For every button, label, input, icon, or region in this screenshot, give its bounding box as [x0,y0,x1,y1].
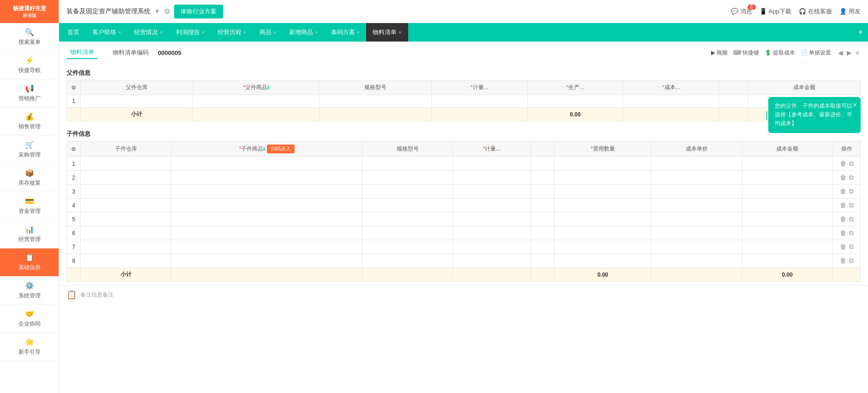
tab-bom[interactable]: 物料清单 × [366,23,408,42]
child-product-cell[interactable] [171,199,362,212]
expand-icon[interactable]: ▼ [154,8,160,15]
sidebar-item-purchase[interactable]: 🛒 采购管理 [0,136,59,164]
tab-close-icon[interactable]: × [118,30,121,35]
copy-icon[interactable]: ⧉ [849,243,854,251]
delete-icon[interactable]: 🗑 [840,257,846,265]
tab-close-icon[interactable]: × [202,30,205,35]
child-unit-cell[interactable] [453,212,530,226]
copy-icon[interactable]: ⧉ [849,257,854,265]
tab-customers[interactable]: 客户联络 × [86,23,127,42]
tab-profit[interactable]: 利润报告 × [169,23,211,42]
online-service-item[interactable]: 🎧 在线客服 [799,7,832,16]
copy-icon[interactable]: ⧉ [849,174,854,181]
child-unit-cost-cell[interactable] [651,185,742,199]
child-unit-cell[interactable] [453,171,530,185]
child-product-cell[interactable] [171,240,362,254]
child-unit-cell[interactable] [453,254,530,268]
breadcrumb-tab-code[interactable]: 物料清单编码 [109,47,152,59]
sidebar-item-basic[interactable]: 📋 基础信息 [0,248,59,277]
delete-icon[interactable]: 🗑 [840,160,846,168]
sidebar-item-ops[interactable]: 📊 经营管理 [0,220,59,248]
sidebar-item-search[interactable]: 🔍 搜索菜单 [0,23,59,51]
child-spec-cell[interactable] [362,171,453,185]
child-unit-cost-cell[interactable] [651,199,742,212]
child-unit-cell[interactable] [453,226,530,240]
child-warehouse-cell[interactable] [81,240,171,254]
child-quantity-cell[interactable] [554,199,651,212]
sidebar-item-marketing[interactable]: 📢 营销推广 [0,79,59,108]
child-quantity-cell[interactable] [554,157,651,171]
close-all-tabs-icon[interactable]: × [855,28,866,36]
child-warehouse-cell[interactable] [81,171,171,185]
copy-icon[interactable]: ⧉ [849,160,854,168]
child-unit-cost-cell[interactable] [651,171,742,185]
sidebar-item-sales[interactable]: 💰 销售管理 [0,108,59,136]
child-quantity-cell[interactable] [554,185,651,199]
delete-icon[interactable]: 🗑 [840,201,846,209]
child-quantity-cell[interactable] [554,171,651,185]
child-unit-cell[interactable] [453,157,530,171]
child-product-cell[interactable] [171,226,362,240]
view-button[interactable]: ▶ 视频 [711,49,728,57]
parent-spec-cell[interactable] [319,95,431,108]
child-unit-cell[interactable] [453,185,530,199]
delete-icon[interactable]: 🗑 [840,187,846,195]
app-download-item[interactable]: 📱 App下载 [760,7,791,16]
parent-product-cell[interactable] [193,95,319,108]
child-quantity-cell[interactable] [554,212,651,226]
child-unit-cost-cell[interactable] [651,240,742,254]
nav-menu-icon[interactable]: ≡ [854,49,861,56]
parent-unit-cell[interactable] [431,95,527,108]
parent-warehouse-cell[interactable] [81,95,193,108]
tab-close-icon[interactable]: × [315,30,318,35]
sidebar-item-quick-nav[interactable]: ⚡ 快捷导航 [0,51,59,79]
child-spec-cell[interactable] [362,212,453,226]
tab-history[interactable]: 经营历程 × [211,23,253,42]
extract-cost-button[interactable]: 💲 提取成本 [765,49,795,57]
tab-new-product[interactable]: 新增商品 × [283,23,324,42]
child-unit-cell[interactable] [453,199,530,212]
child-warehouse-cell[interactable] [81,199,171,212]
child-quantity-cell[interactable] [554,254,651,268]
child-spec-cell[interactable] [362,199,453,212]
copy-icon[interactable]: ⧉ [849,201,854,209]
tooltip-close-button[interactable]: × [853,100,857,110]
tab-close-icon[interactable]: × [160,30,163,35]
copy-icon[interactable]: ⧉ [849,187,854,195]
tab-products[interactable]: 商品 × [253,23,283,42]
settings-icon[interactable]: ⚙ [164,7,170,16]
shortcut-button[interactable]: ⌨ 快捷键 [733,49,759,57]
breadcrumb-tab-bom[interactable]: 物料清单 [66,46,98,59]
sidebar-item-collab[interactable]: 🤝 企业协同 [0,305,59,333]
scan-button[interactable]: 扫码录入 [267,145,295,153]
child-product-cell[interactable] [171,185,362,199]
child-product-cell[interactable] [171,212,362,226]
child-warehouse-cell[interactable] [81,185,171,199]
user-item[interactable]: 👤 用友 [839,7,861,16]
child-product-cell[interactable] [171,157,362,171]
parent-production-cell[interactable] [527,95,623,108]
parent-col-settings[interactable]: ⚙ [67,80,81,95]
child-spec-cell[interactable] [362,157,453,171]
nav-next-icon[interactable]: ▶ [845,49,853,56]
sidebar-item-finance[interactable]: 💳 资金管理 [0,192,59,220]
parent-cost-cell[interactable] [623,95,719,108]
trial-button[interactable]: 体验行业方案 [174,5,223,18]
tab-barcode[interactable]: 条码方案 × [325,23,366,42]
tab-close-icon[interactable]: × [398,30,401,35]
delete-icon[interactable]: 🗑 [840,215,846,223]
delete-icon[interactable]: 🗑 [840,174,846,181]
tab-home[interactable]: 首页 [61,23,86,42]
child-unit-cell[interactable] [453,240,530,254]
child-product-info-icon[interactable]: ℹ [263,146,265,151]
sidebar-item-guide[interactable]: 🌟 新手引导 [0,333,59,361]
child-unit-cost-cell[interactable] [651,157,742,171]
delete-icon[interactable]: 🗑 [840,243,846,251]
child-unit-cost-cell[interactable] [651,212,742,226]
sidebar-item-system[interactable]: ⚙️ 系统管理 [0,277,59,305]
child-product-cell[interactable] [171,171,362,185]
copy-icon[interactable]: ⧉ [849,229,854,237]
child-spec-cell[interactable] [362,185,453,199]
child-product-cell[interactable] [171,254,362,268]
child-spec-cell[interactable] [362,240,453,254]
